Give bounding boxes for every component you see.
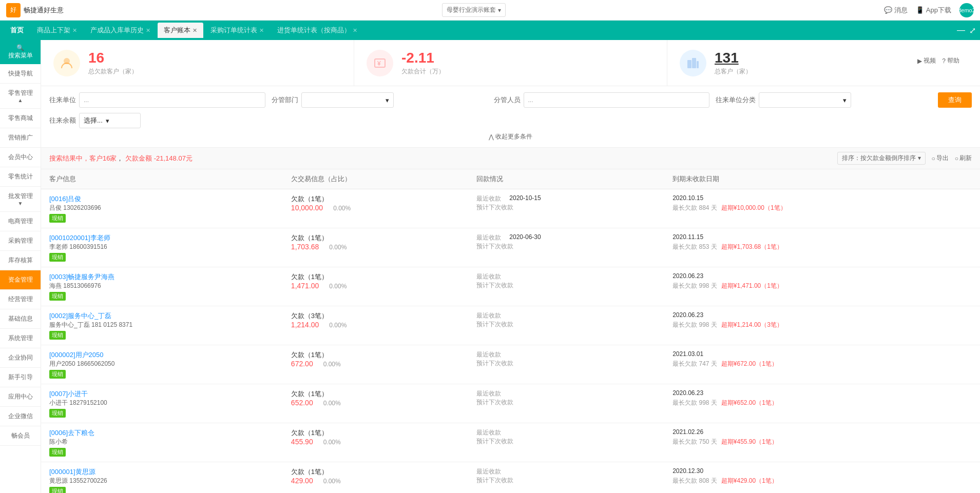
sidebar-item-ecommerce[interactable]: 电商管理 [0, 212, 41, 231]
help-btn[interactable]: ? 帮助 [942, 56, 959, 65]
industry-selector[interactable]: 母婴行业演示账套 ▾ [442, 3, 506, 17]
stat-card-total: 131 总客户（家） ▶ 视频 ? 帮助 [667, 40, 980, 86]
tab-product-shelf-close[interactable]: ✕ [72, 27, 77, 34]
customer-name-5[interactable]: [0007]小进干 [49, 389, 275, 399]
cell-payment-6: 最近收款 预计下次收款 [468, 423, 664, 462]
collapse-button[interactable]: ⋀ 收起更多条件 [489, 132, 532, 141]
tab-product-history-close[interactable]: ✕ [146, 27, 150, 34]
next-payment-3: 预计下次收款 [476, 320, 656, 329]
sidebar-item-basic-info[interactable]: 基础信息 [0, 309, 41, 329]
maximize-icon[interactable]: ⤢ [969, 26, 976, 35]
result-bar: 搜索结果中，客户16家， 欠款金额 -21,148.07元 排序：按欠款金额倒序… [41, 148, 980, 169]
sidebar-item-corp-wechat[interactable]: 企业微信 [0, 407, 41, 426]
export-button[interactable]: ○ 导出 [932, 154, 949, 163]
next-payment-2: 预计下次收款 [476, 281, 656, 290]
sidebar-item-guide[interactable]: 新手引导 [0, 368, 41, 387]
next-payment-6: 预计下次收款 [476, 437, 656, 446]
sidebar-item-finance[interactable]: 资金管理 [0, 270, 41, 290]
customer-name-6[interactable]: [0006]去下粮仓 [49, 428, 275, 438]
stat-label-amount: 欠款合计（万） [401, 67, 445, 76]
filter-person-input[interactable]: ... [524, 92, 710, 108]
sidebar-item-system[interactable]: 系统管理 [0, 329, 41, 348]
tab-purchase-summary[interactable]: 采购订单统计表 ✕ [204, 23, 270, 38]
filter-category-input[interactable]: ▾ [759, 92, 851, 108]
sidebar-search[interactable]: 🔍 搜索菜单 [0, 40, 41, 64]
due-date-5: 2020.06.23 [672, 389, 972, 397]
sidebar-item-retail-mgmt[interactable]: 零售管理 ▲ [0, 84, 41, 109]
refresh-button[interactable]: ○ 刷新 [955, 154, 972, 163]
tab-product-shelf[interactable]: 商品上下架 ✕ [31, 23, 83, 38]
overdue-days-4: 最长欠款 747 天 [672, 360, 717, 368]
cell-payment-4: 最近收款 预计下次收款 [468, 345, 664, 384]
sidebar-item-operations[interactable]: 经营管理 [0, 290, 41, 309]
overdue-days-1: 最长欠款 853 天 [672, 243, 717, 251]
tab-purchase-summary-close[interactable]: ✕ [259, 27, 264, 34]
minimize-icon[interactable]: — [957, 26, 965, 35]
sidebar-item-app-center[interactable]: 应用中心 [0, 387, 41, 407]
tab-import-summary[interactable]: 进货单统计表（按商品） ✕ [271, 23, 363, 38]
customer-name-3[interactable]: [0002]服务中心_丁磊 [49, 311, 275, 321]
customer-tag-7: 现销 [49, 487, 66, 493]
sidebar-item-vip-member[interactable]: 畅会员 [0, 426, 41, 446]
customer-name-7[interactable]: [000001]黄思源 [49, 467, 275, 477]
overdue-link-5[interactable]: 超期¥652.00（1笔） [721, 399, 778, 407]
app-label: App下载 [926, 6, 951, 15]
customer-name-0[interactable]: [0016]吕俊 [49, 194, 275, 204]
cell-owe-7: 欠款（1笔） 429.00 0.00% [283, 462, 468, 494]
tab-home[interactable]: 首页 [4, 23, 30, 38]
tab-customer-account-close[interactable]: ✕ [193, 27, 197, 34]
search-button[interactable]: 查询 [938, 92, 972, 108]
tab-product-history[interactable]: 产成品入库单历史 ✕ [84, 23, 157, 38]
tab-customer-account[interactable]: 客户账本 ✕ [158, 23, 203, 38]
sidebar-item-batch-mgmt[interactable]: 批发管理 ▼ [0, 187, 41, 212]
table-row: [000001]黄思源 黄思源 13552700226 现销 欠款（1笔） 42… [41, 462, 980, 494]
overdue-link-6[interactable]: 超期¥455.90（1笔） [721, 438, 778, 446]
sidebar-item-inventory[interactable]: 库存核算 [0, 251, 41, 270]
owe-percent-1: 0.00% [329, 244, 347, 251]
customer-name-2[interactable]: [0003]畅捷服务尹海燕 [49, 272, 275, 282]
overdue-link-7[interactable]: 超期¥429.00（1笔） [721, 477, 778, 485]
overdue-days-3: 最长欠款 998 天 [672, 321, 717, 329]
customer-phone-0: 吕俊 13026203696 [49, 204, 275, 212]
sidebar-item-marketing[interactable]: 营销推广 [0, 128, 41, 148]
tab-import-summary-close[interactable]: ✕ [353, 27, 357, 34]
sidebar-item-retail-stats[interactable]: 零售统计 [0, 167, 41, 187]
cell-due-7: 2020.12.30 最长欠款 808 天 超期¥429.00（1笔） [664, 462, 980, 494]
table-row: [0001020001]李老师 李老师 18600391516 现销 欠款（1笔… [41, 228, 980, 267]
user-menu[interactable]: demo2 [959, 3, 974, 17]
customer-name-4[interactable]: [000002]用户2050 [49, 350, 275, 360]
table-row: [0002]服务中心_丁磊 服务中心_丁磊 181 0125 8371 现销 欠… [41, 306, 980, 345]
cell-due-2: 2020.06.23 最长欠款 998 天 超期¥1,471.00（1笔） [664, 267, 980, 306]
app-download-btn[interactable]: 📱 App下载 [916, 6, 951, 15]
message-btn[interactable]: 💬 消息 [884, 6, 908, 15]
overdue-link-0[interactable]: 超期¥10,000.00（1笔） [721, 204, 786, 212]
overdue-days-0: 最长欠款 884 天 [672, 204, 717, 212]
sidebar-item-retail-mall[interactable]: 零售商城 [0, 109, 41, 128]
filter-person: 分管人员 ... [494, 92, 710, 108]
stat-icon-amount: ¥ [367, 50, 393, 76]
overdue-link-1[interactable]: 超期¥1,703.68（1笔） [721, 243, 783, 251]
owe-count-3: 欠款（3笔） [291, 311, 460, 321]
recent-date-0: 2020-10-15 [509, 194, 541, 203]
customer-name-1[interactable]: [0001020001]李老师 [49, 233, 275, 243]
overdue-link-2[interactable]: 超期¥1,471.00（1笔） [721, 282, 783, 290]
overdue-days-5: 最长欠款 998 天 [672, 399, 717, 407]
sort-selector[interactable]: 排序：按欠款金额倒序排序 ▾ [837, 152, 925, 165]
quick-nav-label: 快捷导航 [2, 69, 39, 78]
sidebar-item-member[interactable]: 会员中心 [0, 148, 41, 167]
overdue-link-4[interactable]: 超期¥672.00（1笔） [721, 360, 778, 368]
filter-balance-select[interactable]: 选择... ▾ [79, 113, 141, 128]
collapse-icon: ⋀ [489, 133, 494, 141]
cell-owe-1: 欠款（1笔） 1,703.68 0.00% [283, 228, 468, 267]
sidebar-item-purchase[interactable]: 采购管理 [0, 231, 41, 251]
overdue-link-3[interactable]: 超期¥1,214.00（3笔） [721, 321, 783, 329]
sidebar-item-enterprise[interactable]: 企业协同 [0, 348, 41, 368]
cell-owe-2: 欠款（1笔） 1,471.00 0.00% [283, 267, 468, 306]
owe-count-4: 欠款（1笔） [291, 350, 460, 360]
sidebar-item-quick-nav[interactable]: 快捷导航 [0, 64, 41, 84]
filter-supplier-input[interactable]: ... [79, 92, 265, 108]
top-right: 💬 消息 📱 App下载 demo2 [884, 3, 974, 17]
video-btn[interactable]: ▶ 视频 [917, 56, 936, 65]
customer-phone-1: 李老师 18600391516 [49, 243, 275, 251]
filter-dept-input[interactable]: ▾ [301, 92, 394, 108]
